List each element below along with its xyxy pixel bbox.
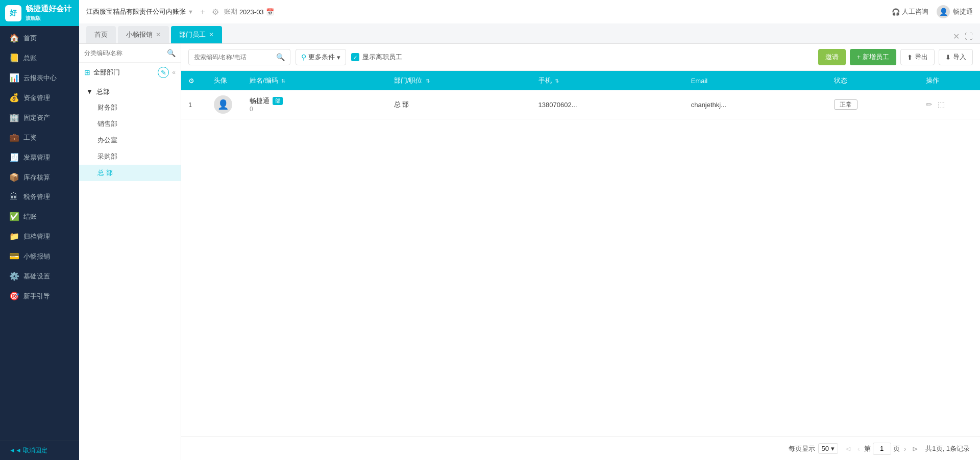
show-resigned-checkbox[interactable]: ✓ bbox=[351, 53, 359, 61]
last-page-button[interactable]: ⊳ bbox=[910, 444, 920, 454]
unpin-sidebar-button[interactable]: ◄◄ 取消固定 bbox=[0, 441, 79, 460]
sidebar-item-label: 工资 bbox=[23, 133, 37, 142]
pager: ⊲ ‹ 第 页 › ⊳ bbox=[843, 443, 920, 455]
first-page-button[interactable]: ⊲ bbox=[843, 444, 853, 454]
export-button[interactable]: ⬆ 导出 bbox=[900, 49, 935, 65]
unpin-label: ◄◄ 取消固定 bbox=[9, 446, 47, 455]
all-dept-header[interactable]: ⊞ 全部部门 ✎ « bbox=[79, 63, 181, 82]
sidebar-item-tax[interactable]: 🏛 税务管理 bbox=[0, 187, 79, 207]
dept-edit-button[interactable]: ✎ bbox=[158, 67, 169, 78]
col-dept[interactable]: 部门/职位 ⇅ bbox=[387, 71, 531, 90]
tab-expense[interactable]: 小畅报销 ✕ bbox=[118, 26, 169, 43]
toolbar-right: 邀请 + 新增员工 ⬆ 导出 ⬇ 导入 bbox=[818, 49, 973, 65]
cell-email: chanjethkj... bbox=[684, 90, 827, 119]
table-row: 1 👤 畅捷通 部 0 总 部 bbox=[181, 90, 980, 119]
sidebar-item-ledger[interactable]: 📒 总账 bbox=[0, 48, 79, 68]
sidebar-item-label: 总账 bbox=[23, 54, 37, 63]
user-name: 畅捷通 bbox=[953, 7, 973, 16]
cell-status: 正常 bbox=[827, 90, 919, 119]
settings-icon: ⚙️ bbox=[9, 271, 18, 281]
calendar-icon: 📅 bbox=[266, 8, 274, 16]
sidebar-item-salary[interactable]: 💼 工资 bbox=[0, 127, 79, 147]
employee-search-input[interactable] bbox=[194, 54, 273, 61]
dept-node-purchase[interactable]: 采购部 bbox=[79, 148, 181, 165]
sidebar-item-close-period[interactable]: ✅ 结账 bbox=[0, 207, 79, 226]
sidebar-item-guide[interactable]: 🎯 新手引导 bbox=[0, 286, 79, 306]
period-label: 账期 bbox=[224, 7, 237, 16]
company-selector[interactable]: 江西服宝精品有限责任公司内账张 ▼ bbox=[86, 7, 193, 16]
content-area: 🔍 ⊞ 全部部门 ✎ « ▼ 总部 财务部 销售部 办公室 采购部 总 部 bbox=[79, 44, 980, 460]
tab-home[interactable]: 首页 bbox=[86, 26, 116, 43]
tab-dept-close[interactable]: ✕ bbox=[209, 31, 214, 38]
cell-actions: ✏ ⬚ bbox=[919, 90, 980, 119]
sidebar-item-invoice[interactable]: 🧾 发票管理 bbox=[0, 147, 79, 167]
app-edition: 旗舰版 bbox=[26, 15, 71, 22]
more-filter-button[interactable]: ⚲ 更多条件 ▾ bbox=[296, 49, 346, 65]
import-icon: ⬇ bbox=[945, 54, 951, 61]
home-icon: 🏠 bbox=[9, 33, 18, 43]
sidebar-item-label: 新手引导 bbox=[23, 292, 50, 301]
dept-node-zongbu[interactable]: 总 部 bbox=[79, 165, 181, 181]
sidebar-item-label: 发票管理 bbox=[23, 153, 50, 162]
sidebar-item-finance[interactable]: 💰 资金管理 bbox=[0, 88, 79, 108]
page-input[interactable] bbox=[873, 443, 891, 455]
sidebar-item-archive[interactable]: 📁 归档管理 bbox=[0, 226, 79, 246]
invoice-icon: 🧾 bbox=[9, 152, 18, 162]
dept-node-office[interactable]: 办公室 bbox=[79, 132, 181, 148]
dept-node-zongbu-parent[interactable]: ▼ 总部 bbox=[79, 84, 181, 99]
per-page-label: 每页显示 bbox=[789, 444, 815, 453]
cell-phone: 138070602... bbox=[531, 90, 684, 119]
add-company-button[interactable]: ＋ bbox=[199, 7, 207, 17]
salary-icon: 💼 bbox=[9, 133, 18, 142]
name-container: 畅捷通 部 bbox=[250, 96, 380, 106]
tabs-bar: 首页 小畅报销 ✕ 部门员工 ✕ ✕ ⛶ bbox=[79, 23, 980, 44]
dept-tree: ▼ 总部 财务部 销售部 办公室 采购部 总 部 bbox=[79, 82, 181, 460]
invite-button[interactable]: 邀请 bbox=[818, 49, 846, 65]
edit-icon[interactable]: ✏ bbox=[926, 100, 933, 109]
toolbar: 🔍 ⚲ 更多条件 ▾ ✓ 显示离职员工 邀请 + 新增员工 ⬆ 导出 bbox=[181, 44, 980, 71]
assets-icon: 🏢 bbox=[9, 113, 18, 122]
col-settings[interactable]: ⚙ bbox=[181, 71, 207, 90]
customer-service-button[interactable]: 🎧 人工咨询 bbox=[892, 7, 928, 16]
tab-home-label: 首页 bbox=[94, 30, 108, 39]
per-page-select[interactable]: 50 ▾ bbox=[818, 443, 838, 454]
tab-department[interactable]: 部门员工 ✕ bbox=[171, 26, 222, 43]
app-logo[interactable]: 好 畅捷通好会计 旗舰版 bbox=[0, 0, 79, 26]
sidebar-item-home[interactable]: 🏠 首页 bbox=[0, 28, 79, 48]
cell-index: 1 bbox=[181, 90, 207, 119]
logout-icon[interactable]: ⬚ bbox=[938, 100, 945, 109]
tab-expense-close[interactable]: ✕ bbox=[156, 31, 161, 38]
sidebar-item-settings[interactable]: ⚙️ 基础设置 bbox=[0, 266, 79, 286]
sidebar-item-assets[interactable]: 🏢 固定资产 bbox=[0, 108, 79, 127]
col-avatar: 头像 bbox=[207, 71, 242, 90]
employee-table-area: ⚙ 头像 姓名/编码 ⇅ 部门/职位 ⇅ 手机 bbox=[181, 71, 980, 437]
prev-page-button[interactable]: ‹ bbox=[855, 444, 862, 454]
add-employee-button[interactable]: + 新增员工 bbox=[850, 49, 896, 65]
import-label: 导入 bbox=[953, 53, 966, 62]
all-dept-label: 全部部门 bbox=[93, 68, 155, 77]
dept-search-icon[interactable]: 🔍 bbox=[167, 49, 176, 57]
col-phone[interactable]: 手机 ⇅ bbox=[531, 71, 684, 90]
employee-avatar: 👤 bbox=[214, 95, 232, 114]
sidebar-item-reports[interactable]: 📊 云报表中心 bbox=[0, 68, 79, 88]
dept-search-input[interactable] bbox=[84, 49, 164, 57]
import-button[interactable]: ⬇ 导入 bbox=[939, 49, 973, 65]
user-menu[interactable]: 👤 畅捷通 bbox=[937, 5, 973, 18]
expand-tab-icon[interactable]: ⛶ bbox=[965, 32, 973, 41]
sidebar: 好 畅捷通好会计 旗舰版 🏠 首页 📒 总账 📊 云报表中心 💰 资金管理 🏢 … bbox=[0, 0, 79, 460]
company-settings-button[interactable]: ⚙ bbox=[212, 7, 219, 17]
dept-node-finance[interactable]: 财务部 bbox=[79, 99, 181, 116]
sidebar-item-label: 税务管理 bbox=[23, 192, 50, 201]
tax-icon: 🏛 bbox=[9, 192, 18, 201]
employee-search-icon[interactable]: 🔍 bbox=[276, 53, 285, 61]
period-selector[interactable]: 账期 2023-03 📅 bbox=[224, 7, 274, 16]
sidebar-item-inventory[interactable]: 📦 库存核算 bbox=[0, 167, 79, 187]
export-icon: ⬆ bbox=[907, 54, 913, 61]
col-name[interactable]: 姓名/编码 ⇅ bbox=[242, 71, 387, 90]
close-tab-icon[interactable]: ✕ bbox=[953, 32, 960, 41]
reports-icon: 📊 bbox=[9, 73, 18, 83]
sidebar-item-expense[interactable]: 💳 小畅报销 bbox=[0, 246, 79, 266]
dept-node-sales[interactable]: 销售部 bbox=[79, 116, 181, 132]
dept-collapse-icon[interactable]: « bbox=[172, 69, 176, 76]
next-page-button[interactable]: › bbox=[902, 444, 909, 454]
